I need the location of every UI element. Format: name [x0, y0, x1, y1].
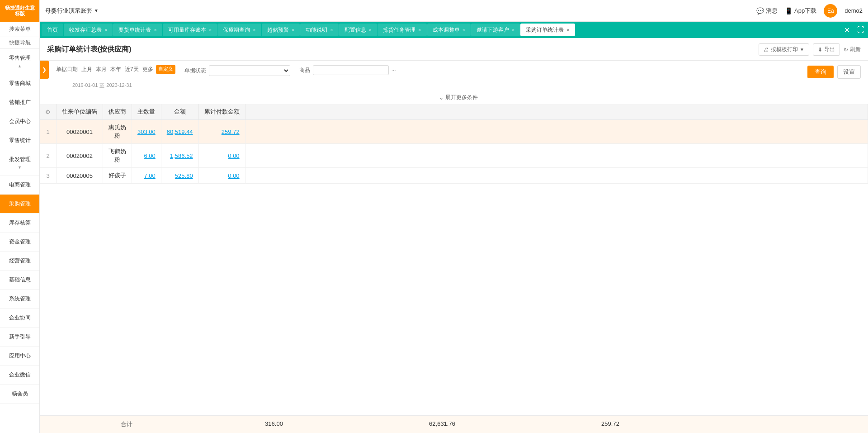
last-month-btn[interactable]: 上月 [80, 65, 93, 74]
tab-close-all-btn[interactable]: ✕ [842, 25, 852, 35]
sidebar-item-appcenter[interactable]: 应用中心 [0, 347, 39, 366]
tab-close-icon[interactable]: × [462, 27, 465, 33]
tab-close-icon[interactable]: × [330, 27, 333, 33]
tab-close-icon[interactable]: × [512, 27, 514, 33]
table-row[interactable]: 1 00020001 惠氏奶粉 303.00 60,519.44 259.72 [40, 120, 868, 144]
footer-paid: 259.72 [526, 420, 694, 428]
filter-area: ❯ 单据日期 上月 本月 本年 近7天 更多 自定义 [40, 61, 868, 104]
account-name: 母婴行业演示账套 [45, 7, 92, 15]
tab-close-icon[interactable]: × [253, 27, 255, 33]
row-paid[interactable]: 259.72 [198, 120, 245, 144]
sidebar-item-operations[interactable]: 经营管理 [0, 252, 39, 271]
sidebar-item-finance[interactable]: 资金管理 [0, 233, 39, 252]
tab-config[interactable]: 配置信息 × [339, 24, 377, 36]
tab-close-icon[interactable]: × [566, 27, 569, 33]
tab-purchase-stat-label: 采购订单统计表 [526, 26, 564, 34]
tab-home-label: 首页 [47, 26, 58, 34]
tab-cost-adjust[interactable]: 成本调整单 × [427, 24, 471, 36]
messages-btn[interactable]: 💬 消息 [756, 7, 778, 15]
top-bar-right: 💬 消息 📱 App下载 Ea demo2 [756, 4, 863, 18]
printer-icon: 🖨 [764, 47, 769, 53]
row-qty[interactable]: 6.00 [132, 144, 161, 168]
expand-more-label: 展开更多条件 [445, 94, 478, 101]
account-selector[interactable]: 母婴行业演示账套 ▼ [45, 7, 99, 15]
dropdown-icon: ▼ [800, 47, 804, 52]
th-supplier: 供应商 [103, 104, 132, 120]
this-month-btn[interactable]: 本月 [95, 65, 108, 74]
row-amount[interactable]: 1,586.52 [161, 144, 198, 168]
last-7-days-btn[interactable]: 近7天 [124, 65, 140, 74]
row-amount[interactable]: 60,519.44 [161, 120, 198, 144]
tab-close-icon[interactable]: × [369, 27, 372, 33]
tab-close-icon[interactable]: × [292, 27, 294, 33]
app-download-btn[interactable]: 📱 App下载 [785, 7, 816, 15]
this-year-btn[interactable]: 本年 [109, 65, 122, 74]
query-button[interactable]: 查询 [807, 66, 834, 78]
tab-close-icon[interactable]: × [154, 27, 156, 33]
sidebar-item-basic[interactable]: 基础信息 [0, 271, 39, 290]
goods-more-icon[interactable]: ··· [392, 67, 396, 73]
tab-purchase-stat[interactable]: 采购订单统计表 × [520, 24, 575, 36]
print-button[interactable]: 🖨 按模板打印 ▼ [759, 43, 809, 56]
row-qty[interactable]: 7.00 [132, 168, 161, 184]
tab-oversupply[interactable]: 超储预警 × [262, 24, 300, 36]
export-label: 导出 [824, 46, 835, 53]
tab-features[interactable]: 功能说明 × [300, 24, 338, 36]
goods-input[interactable] [313, 65, 389, 75]
tab-close-icon[interactable]: × [209, 27, 212, 33]
sidebar-item-system[interactable]: 系统管理 [0, 290, 39, 309]
sidebar-item-retail-label: 零售管理 [9, 54, 31, 62]
expand-more-btn[interactable]: ⌄ 展开更多条件 [49, 91, 868, 104]
sidebar-item-retail-shop[interactable]: 零售商城 [0, 74, 39, 93]
tab-goods-stat[interactable]: 要货单统计表 × [113, 24, 162, 36]
row-paid[interactable]: 0.00 [198, 168, 245, 184]
tab-home[interactable]: 首页 [42, 24, 63, 36]
tab-bar-end: ✕ ⛶ [842, 25, 866, 35]
sidebar-item-marketing[interactable]: 营销推广 [0, 93, 39, 112]
row-qty[interactable]: 303.00 [132, 120, 161, 144]
table-row[interactable]: 2 00020002 飞鹤奶粉 6.00 1,586.52 0.00 [40, 144, 868, 168]
expand-icon: ▲ [18, 64, 22, 68]
sidebar-item-enterprise[interactable]: 企业协同 [0, 309, 39, 328]
tab-close-icon[interactable]: × [418, 27, 421, 33]
table-row[interactable]: 3 00020005 好孩子 7.00 525.80 0.00 [40, 168, 868, 184]
tab-close-icon[interactable]: × [104, 27, 107, 33]
sidebar-item-quicknav[interactable]: 快捷导航 [0, 37, 39, 49]
sidebar-item-inventory[interactable]: 库存核算 [0, 214, 39, 233]
sidebar-item-retail[interactable]: 零售管理 ▲ [0, 49, 39, 74]
tab-invite-downstream[interactable]: 邀请下游客户 × [471, 24, 520, 36]
more-date-btn[interactable]: 更多 [142, 65, 154, 74]
filter-toggle-btn[interactable]: ❯ [40, 61, 49, 79]
tab-available-stock[interactable]: 可用量库存账本 × [163, 24, 217, 36]
sidebar-item-member[interactable]: 会员中心 [0, 112, 39, 131]
custom-date-badge[interactable]: 自定义 [156, 65, 175, 74]
tab-pick-label: 拣货任务管理 [383, 26, 415, 34]
sidebar-item-search[interactable]: 搜索菜单 [0, 22, 39, 37]
filter-action-area: 查询 设置 [807, 65, 861, 79]
sidebar-item-wechat[interactable]: 企业微信 [0, 366, 39, 385]
print-label: 按模板打印 [771, 46, 798, 53]
sidebar-item-purchase[interactable]: 采购管理 [0, 195, 39, 214]
sidebar-item-newguide[interactable]: 新手引导 [0, 328, 39, 347]
row-paid[interactable]: 0.00 [198, 144, 245, 168]
user-avatar[interactable]: Ea [824, 4, 837, 18]
th-qty: 主数量 [132, 104, 161, 120]
sidebar-item-retail-stat[interactable]: 零售统计 [0, 131, 39, 150]
settings-button[interactable]: 设置 [837, 65, 861, 79]
tab-maximize-btn[interactable]: ⛶ [855, 25, 866, 35]
status-select[interactable] [209, 65, 290, 76]
tab-pick-task[interactable]: 拣货任务管理 × [377, 24, 426, 36]
sidebar-item-vip[interactable]: 畅会员 [0, 385, 39, 404]
refresh-button[interactable]: ↻ 刷新 [844, 46, 861, 53]
th-settings[interactable]: ⚙ [40, 104, 57, 120]
footer-qty: 316.00 [190, 420, 358, 428]
row-code: 00020005 [57, 168, 103, 184]
expand-icon-2: ▼ [18, 165, 22, 170]
sidebar-item-wholesale[interactable]: 批发管理 ▼ [0, 150, 39, 176]
export-button[interactable]: ⬇ 导出 [813, 43, 840, 56]
sidebar-item-ecommerce[interactable]: 电商管理 [0, 176, 39, 195]
row-amount[interactable]: 525.80 [161, 168, 198, 184]
tab-expiry-query[interactable]: 保质期查询 × [217, 24, 261, 36]
tab-collect-pay[interactable]: 收发存汇总表 × [64, 24, 113, 36]
filter-content: 单据日期 上月 本月 本年 近7天 更多 自定义 单据状态 [49, 61, 868, 104]
